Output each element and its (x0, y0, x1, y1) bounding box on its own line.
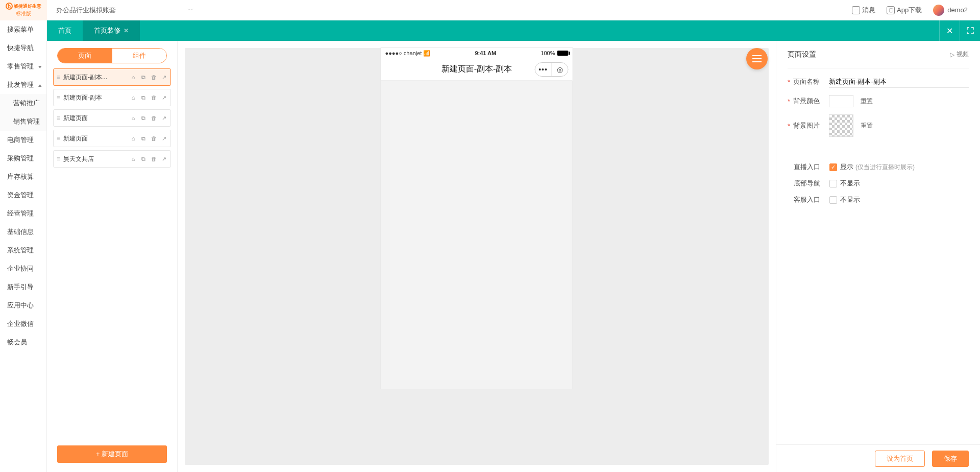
page-component-segmented[interactable]: 页面 组件 (57, 48, 167, 63)
copy-icon[interactable]: ⧉ (140, 94, 147, 101)
sidebar-item[interactable]: 应用中心 (0, 296, 46, 315)
main-sidebar: 搜索菜单快捷导航零售管理▾批发管理▴营销推广销售管理电商管理采购管理库存核算资金… (0, 20, 47, 472)
share-icon[interactable]: ↗ (160, 74, 167, 81)
copy-icon[interactable]: ⧉ (140, 74, 147, 81)
tab-close-icon[interactable]: ✕ (124, 27, 129, 34)
page-list-row[interactable]: ≡新建页面⌂⧉🗑↗ (53, 109, 171, 127)
new-page-button[interactable]: + 新建页面 (57, 445, 167, 463)
message-icon: ⋯ (852, 6, 860, 14)
sidebar-item[interactable]: 库存核算 (0, 168, 46, 186)
sidebar-item[interactable]: 快捷导航 (0, 39, 46, 57)
delete-icon[interactable]: 🗑 (150, 94, 157, 101)
phone-preview: ●●●●○ chanjet 📶 9:41 AM 100% 新建页面-副本-副本 … (381, 48, 573, 389)
video-link[interactable]: ▷ 视频 (950, 50, 969, 59)
bg-image-swatch[interactable] (829, 114, 853, 137)
copy-icon[interactable]: ⧉ (140, 155, 147, 162)
sidebar-subitem[interactable]: 营销推广 (0, 94, 46, 112)
page-list-row[interactable]: ≡新建页面⌂⧉🗑↗ (53, 130, 171, 147)
capsule-close-icon[interactable]: ◎ (552, 63, 568, 76)
sidebar-item[interactable]: 企业协同 (0, 259, 46, 278)
share-icon[interactable]: ↗ (160, 135, 167, 142)
fullscreen-button[interactable] (960, 20, 980, 41)
bg-color-reset[interactable]: 重置 (861, 97, 873, 106)
page-list-name: 新建页面 (63, 114, 127, 123)
tab[interactable]: 首页 (47, 20, 83, 41)
home-icon[interactable]: ⌂ (130, 94, 137, 101)
bg-color-swatch[interactable] (829, 95, 853, 107)
sidebar-item[interactable]: 畅会员 (0, 333, 46, 351)
sidebar-item[interactable]: 系统管理 (0, 241, 46, 259)
tab-strip: 首页首页装修✕ ✕ (47, 20, 980, 41)
battery-icon (557, 51, 569, 56)
sidebar-item[interactable]: 新手引导 (0, 278, 46, 296)
copy-icon[interactable]: ⧉ (140, 135, 147, 142)
sidebar-item[interactable]: 经营管理 (0, 204, 46, 223)
delete-icon[interactable]: 🗑 (150, 74, 157, 81)
sidebar-item[interactable]: 批发管理▴ (0, 76, 46, 94)
share-icon[interactable]: ↗ (160, 155, 167, 162)
sidebar-item[interactable]: 资金管理 (0, 186, 46, 204)
page-list-name: 新建页面 (63, 134, 127, 143)
delete-icon[interactable]: 🗑 (150, 135, 157, 142)
page-list-panel: 页面 组件 ≡新建页面-副本...⌂⧉🗑↗≡新建页面-副本⌂⧉🗑↗≡新建页面⌂⧉… (47, 41, 178, 472)
page-list-row[interactable]: ≡昊天文具店⌂⧉🗑↗ (53, 150, 171, 168)
tab[interactable]: 首页装修✕ (83, 20, 140, 41)
page-list-row[interactable]: ≡新建页面-副本...⌂⧉🗑↗ (53, 68, 171, 86)
save-button[interactable]: 保存 (932, 451, 969, 467)
drag-handle-icon[interactable]: ≡ (57, 114, 60, 122)
page-list-name: 昊天文具店 (63, 155, 127, 163)
home-icon[interactable]: ⌂ (130, 74, 137, 81)
sidebar-item[interactable]: 电商管理 (0, 131, 46, 149)
app-download-button[interactable]: ▢ App下载 (887, 6, 922, 15)
home-icon[interactable]: ⌂ (130, 155, 137, 162)
design-canvas[interactable]: ●●●●○ chanjet 📶 9:41 AM 100% 新建页面-副本-副本 … (178, 41, 776, 472)
page-list-name: 新建页面-副本... (63, 73, 127, 82)
caret-up-icon: ▴ (38, 82, 42, 88)
copy-icon[interactable]: ⧉ (140, 114, 147, 122)
play-icon: ▷ (950, 51, 954, 58)
delete-icon[interactable]: 🗑 (150, 155, 157, 162)
page-name-input[interactable] (829, 76, 969, 88)
settings-title: 页面设置 (788, 50, 816, 59)
segment-page[interactable]: 页面 (58, 49, 112, 63)
brand-logo: b畅捷通好生意 标准版 (0, 0, 47, 20)
canvas-menu-button[interactable] (746, 48, 768, 69)
caret-down-icon: ▾ (38, 64, 42, 69)
drag-handle-icon[interactable]: ≡ (57, 135, 60, 142)
sidebar-item[interactable]: 采购管理 (0, 149, 46, 168)
page-list-name: 新建页面-副本 (63, 93, 127, 102)
sidebar-item[interactable]: 企业微信 (0, 315, 46, 333)
page-list-row[interactable]: ≡新建页面-副本⌂⧉🗑↗ (53, 89, 171, 106)
phone-icon: ▢ (887, 6, 895, 14)
avatar[interactable] (933, 5, 944, 16)
live-checkbox[interactable]: ✓ (829, 163, 837, 171)
home-icon[interactable]: ⌂ (130, 135, 137, 142)
phone-page-title: 新建页面-副本-副本 (442, 64, 512, 75)
sidebar-item[interactable]: 零售管理▾ (0, 57, 46, 76)
settings-panel: 页面设置 ▷ 视频 *页面名称 *背景颜色 重置 *背景图片 重置 直播入口 ✓… (776, 41, 980, 472)
sidebar-item[interactable]: 搜索菜单 (0, 20, 46, 39)
account-selector[interactable]: 办公品行业模拟账套﹀ (56, 6, 194, 15)
wechat-capsule[interactable]: ••• ◎ (535, 62, 569, 77)
chevron-down-icon: ﹀ (187, 7, 194, 13)
service-checkbox[interactable] (829, 196, 837, 204)
messages-button[interactable]: ⋯ 消息 (852, 6, 875, 15)
set-home-button[interactable]: 设为首页 (875, 451, 925, 467)
delete-icon[interactable]: 🗑 (150, 114, 157, 122)
phone-status-bar: ●●●●○ chanjet 📶 9:41 AM 100% (381, 48, 573, 58)
segment-component[interactable]: 组件 (112, 49, 167, 63)
capsule-menu-icon[interactable]: ••• (535, 63, 552, 76)
drag-handle-icon[interactable]: ≡ (57, 74, 60, 81)
drag-handle-icon[interactable]: ≡ (57, 94, 60, 101)
share-icon[interactable]: ↗ (160, 94, 167, 101)
drag-handle-icon[interactable]: ≡ (57, 155, 60, 162)
share-icon[interactable]: ↗ (160, 114, 167, 122)
sidebar-item[interactable]: 基础信息 (0, 223, 46, 241)
username-label[interactable]: demo2 (947, 6, 968, 14)
home-icon[interactable]: ⌂ (130, 114, 137, 122)
sidebar-subitem[interactable]: 销售管理 (0, 112, 46, 131)
bg-image-reset[interactable]: 重置 (861, 122, 873, 130)
close-all-tabs-button[interactable]: ✕ (939, 20, 960, 41)
bottom-nav-checkbox[interactable] (829, 180, 837, 187)
